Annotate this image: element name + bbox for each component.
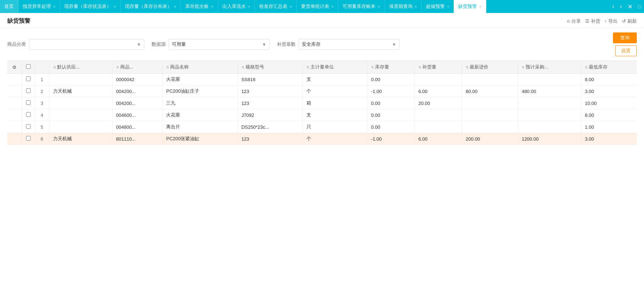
export-button[interactable]: ↑ 导出	[605, 18, 618, 25]
table-row: 4004600...火花塞J7092支0.008.00	[7, 109, 637, 121]
col-label-replenish-qty: 补货量	[422, 64, 436, 70]
row-stock-qty: 0.00	[367, 121, 414, 133]
tab-shortage[interactable]: 缺货预警×	[454, 0, 486, 13]
row-product-code: 004600...	[112, 109, 162, 121]
row-latest-price	[462, 109, 518, 121]
tab-close-inventory-dist[interactable]: ×	[174, 4, 176, 9]
tab-label-inventory-status: 现存量（库存状况表）	[64, 3, 111, 10]
tab-close-demand-stat[interactable]: ×	[331, 4, 334, 9]
column-product-code[interactable]: ⇅ 商品...	[112, 61, 162, 74]
table-row: 2力天机械004200...PC200油缸庄子123个-1.006.0080.0…	[7, 85, 637, 97]
tab-close-shortage[interactable]: ×	[479, 4, 481, 9]
refresh-button[interactable]: ↺ 刷新	[622, 18, 637, 25]
replenish-icon: ☰	[585, 18, 589, 24]
tab-close-batch-account[interactable]: ×	[211, 4, 213, 9]
chevron-down-icon-3: ▼	[392, 42, 396, 47]
tab-overstock[interactable]: 超储预警×	[422, 0, 454, 13]
column-settings[interactable]: ⚙	[7, 61, 22, 74]
column-product-name[interactable]: ⇅ 商品名称	[162, 61, 238, 74]
tab-expiry-query[interactable]: 保质期查询×	[385, 0, 422, 13]
tab-label-available-ledger: 可用量库存账本	[343, 3, 375, 10]
row-checkbox[interactable]	[26, 76, 31, 81]
row-min-stock: 10.00	[581, 97, 637, 109]
select-all-checkbox[interactable]	[26, 64, 31, 69]
row-index: 1	[35, 74, 49, 85]
page-title: 缺货预警	[7, 17, 30, 25]
tab-available-ledger[interactable]: 可用量库存账本×	[338, 0, 384, 13]
col-label-product-name: 商品名称	[170, 64, 189, 70]
category-label: 商品分类	[7, 41, 26, 48]
tab-prev-button[interactable]: ‹	[609, 0, 617, 13]
replenish-button[interactable]: ☰ 补货	[585, 18, 600, 25]
column-stock-qty[interactable]: ⇅ 库存量	[367, 61, 414, 74]
gear-icon: ⚙	[12, 65, 17, 70]
tab-close-collect-summary[interactable]: ×	[290, 4, 292, 9]
col-label-min-stock: 最低库存	[589, 64, 608, 70]
chevron-down-icon-2: ▼	[262, 42, 266, 47]
sort-icon-2: ⇅	[116, 65, 119, 69]
column-unit[interactable]: ⇅ 主计量单位	[303, 61, 367, 74]
row-replenish-qty: 6.00	[415, 133, 462, 145]
row-stock-qty: 0.00	[367, 74, 414, 85]
row-checkbox[interactable]	[26, 124, 31, 129]
share-button[interactable]: ⎋ 分享	[567, 18, 581, 25]
column-min-stock[interactable]: ⇅ 最低库存	[581, 61, 637, 74]
row-index: 6	[35, 133, 49, 145]
column-default-supplier[interactable]: ⇅ 默认供应...	[49, 61, 112, 74]
tab-demand-stat[interactable]: 要货单统计表×	[297, 0, 338, 13]
replenish-base-select[interactable]: 安全库存 ▼	[299, 39, 400, 50]
col-label-stock-qty: 库存量	[375, 64, 389, 70]
tab-inventory-dist[interactable]: 现存量（库存分布表）×	[121, 0, 181, 13]
row-checkbox[interactable]	[26, 88, 31, 93]
col-label-spec-model: 规格型号	[245, 64, 264, 70]
row-unit: 只	[303, 121, 367, 133]
column-index	[35, 61, 49, 74]
row-spec-model: 123	[238, 97, 303, 109]
row-checkbox[interactable]	[26, 136, 31, 141]
table-row: 6力天机械801110...PC200张紧油缸123个-1.006.00200.…	[7, 133, 637, 145]
tab-inventory-status[interactable]: 现存量（库存状况表）×	[60, 0, 120, 13]
datasource-select[interactable]: 可用量 ▼	[169, 39, 270, 50]
column-estimated-purchase[interactable]: ⇅ 预计采购...	[518, 61, 581, 74]
tab-close-overstock[interactable]: ×	[447, 4, 449, 9]
tab-close-inventory-status[interactable]: ×	[113, 4, 116, 9]
row-product-name: 离合片	[162, 121, 238, 133]
col-label-estimated-purchase: 预计采购...	[526, 64, 548, 70]
tab-batch-account[interactable]: 库存批次账×	[181, 0, 218, 13]
tab-inout-flow[interactable]: 出入库流水×	[218, 0, 255, 13]
query-button[interactable]: 查询	[613, 32, 637, 43]
tab-label-expiry-query: 保质期查询	[389, 3, 413, 10]
tab-close-all-button[interactable]: ✕	[625, 0, 635, 13]
row-min-stock: 3.00	[581, 85, 637, 97]
refresh-label: 刷新	[627, 18, 637, 25]
tab-restore-button[interactable]: □	[635, 0, 644, 13]
tab-home[interactable]: 首页	[0, 0, 18, 13]
tab-close-expiry-query[interactable]: ×	[415, 4, 417, 9]
row-min-stock: 3.00	[581, 133, 637, 145]
settings-button[interactable]: 设置	[615, 45, 637, 56]
row-checkbox[interactable]	[26, 100, 31, 105]
row-latest-price: 80.00	[462, 85, 518, 97]
tab-close-abnormal[interactable]: ×	[53, 4, 55, 9]
tab-collect-summary[interactable]: 收发存汇总表×	[255, 0, 296, 13]
row-default-supplier	[49, 97, 112, 109]
filter-actions: 查询 设置	[613, 32, 637, 56]
row-checkbox[interactable]	[26, 112, 31, 117]
tab-bar: 首页拣货异常处理×现存量（库存状况表）×现存量（库存分布表）×库存批次账×出入库…	[0, 0, 644, 13]
column-replenish-qty[interactable]: ⇅ 补货量	[415, 61, 462, 74]
column-spec-model[interactable]: ⇅ 规格型号	[238, 61, 303, 74]
tab-next-button[interactable]: ›	[617, 0, 625, 13]
header-actions: ⎋ 分享 ☰ 补货 ↑ 导出 ↺ 刷新	[567, 18, 637, 25]
table-row: 10000042火花塞SS816支0.008.00	[7, 74, 637, 85]
tab-close-inout-flow[interactable]: ×	[248, 4, 250, 9]
row-latest-price: 200.00	[462, 133, 518, 145]
tab-label-inventory-dist: 现存量（库存分布表）	[125, 3, 172, 10]
tab-label-abnormal: 拣货异常处理	[23, 3, 51, 10]
row-actions-cell	[7, 121, 22, 133]
row-checkbox-cell	[22, 121, 35, 133]
category-select[interactable]: ▼	[29, 39, 144, 50]
tab-close-available-ledger[interactable]: ×	[378, 4, 380, 9]
column-latest-price[interactable]: ⇅ 最新进价	[462, 61, 518, 74]
row-spec-model: SS816	[238, 74, 303, 85]
tab-abnormal[interactable]: 拣货异常处理×	[18, 0, 60, 13]
